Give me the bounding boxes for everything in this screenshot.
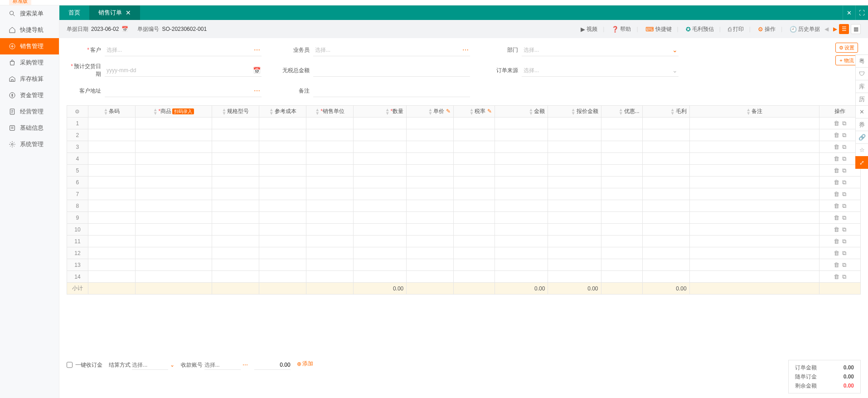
cell-note[interactable]: [689, 188, 819, 200]
doc-date-value[interactable]: 2023-06-02: [91, 26, 119, 32]
cell-quote[interactable]: [548, 200, 601, 212]
cell-amount[interactable]: [495, 177, 548, 188]
cell-barcode[interactable]: [88, 271, 135, 283]
cell-product[interactable]: [135, 165, 212, 177]
cell-cost[interactable]: [259, 200, 306, 212]
sidebar-item-8[interactable]: 系统管理: [0, 136, 59, 152]
cell-barcode[interactable]: [88, 259, 135, 271]
cell-tax[interactable]: [454, 188, 495, 200]
table-row[interactable]: 5🗑⧉: [67, 165, 861, 177]
department-input[interactable]: [522, 44, 679, 56]
copy-row-icon[interactable]: ⧉: [842, 167, 846, 174]
cell-discount[interactable]: [601, 200, 642, 212]
cell-spec[interactable]: [212, 188, 259, 200]
delivery-date-input[interactable]: [105, 64, 262, 77]
col-qty[interactable]: ▲▼*数量: [354, 106, 407, 118]
cell-qty[interactable]: [354, 271, 407, 283]
cell-unit[interactable]: [306, 247, 354, 259]
cell-profit[interactable]: [642, 247, 689, 259]
cell-amount[interactable]: [495, 224, 548, 236]
cell-barcode[interactable]: [88, 212, 135, 224]
sidebar-item-5[interactable]: 资金管理: [0, 87, 59, 103]
cell-unit[interactable]: [306, 118, 354, 129]
cell-amount[interactable]: [495, 129, 548, 141]
cell-quote[interactable]: [548, 259, 601, 271]
next-doc-icon[interactable]: ▶: [833, 26, 837, 32]
cell-qty[interactable]: [354, 224, 407, 236]
cell-tax[interactable]: [454, 141, 495, 153]
cell-barcode[interactable]: [88, 224, 135, 236]
table-row[interactable]: 7🗑⧉: [67, 188, 861, 200]
col-tax[interactable]: ▲▼税率✎: [454, 106, 495, 118]
salesperson-input[interactable]: [313, 44, 470, 56]
cell-tax[interactable]: [454, 236, 495, 247]
cell-price[interactable]: [407, 236, 454, 247]
cell-qty[interactable]: [354, 212, 407, 224]
cell-price[interactable]: [407, 224, 454, 236]
tab-1[interactable]: 销售订单✕: [89, 5, 140, 20]
view-list-icon[interactable]: ☰: [839, 24, 849, 34]
cell-spec[interactable]: [212, 129, 259, 141]
cell-unit[interactable]: [306, 165, 354, 177]
col-amount[interactable]: ▲▼金额: [495, 106, 548, 118]
cell-spec[interactable]: [212, 153, 259, 165]
cell-quote[interactable]: [548, 129, 601, 141]
cell-note[interactable]: [689, 236, 819, 247]
tab-expand-icon[interactable]: ⛶: [855, 5, 868, 20]
cell-product[interactable]: [135, 271, 212, 283]
cell-discount[interactable]: [601, 141, 642, 153]
cell-note[interactable]: [689, 271, 819, 283]
cell-spec[interactable]: [212, 271, 259, 283]
account-picker-icon[interactable]: ⋯: [242, 362, 248, 368]
copy-row-icon[interactable]: ⧉: [842, 120, 846, 127]
table-row[interactable]: 1🗑⧉: [67, 118, 861, 129]
cell-qty[interactable]: [354, 153, 407, 165]
cell-price[interactable]: [407, 188, 454, 200]
delete-row-icon[interactable]: 🗑: [834, 120, 839, 127]
sidebar-item-7[interactable]: 基础信息: [0, 120, 59, 136]
sidebar-item-6[interactable]: 经营管理: [0, 103, 59, 120]
cell-unit[interactable]: [306, 259, 354, 271]
cell-spec[interactable]: [212, 247, 259, 259]
cell-cost[interactable]: [259, 247, 306, 259]
toolbar-action-1[interactable]: ❓帮助: [611, 25, 631, 33]
cell-quote[interactable]: [548, 236, 601, 247]
cell-amount[interactable]: [495, 247, 548, 259]
cell-tax[interactable]: [454, 200, 495, 212]
cell-price[interactable]: [407, 259, 454, 271]
cell-cost[interactable]: [259, 212, 306, 224]
cell-note[interactable]: [689, 247, 819, 259]
cell-tax[interactable]: [454, 247, 495, 259]
cell-amount[interactable]: [495, 259, 548, 271]
col-price[interactable]: ▲▼单价✎: [407, 106, 454, 118]
cell-quote[interactable]: [548, 271, 601, 283]
cell-amount[interactable]: [495, 212, 548, 224]
col-unit[interactable]: ▲▼*销售单位: [306, 106, 354, 118]
customer-picker-icon[interactable]: ⋯: [254, 46, 261, 54]
cell-product[interactable]: [135, 153, 212, 165]
cell-unit[interactable]: [306, 224, 354, 236]
delete-row-icon[interactable]: 🗑: [834, 132, 839, 138]
cell-barcode[interactable]: [88, 188, 135, 200]
sidebar-item-1[interactable]: 快捷导航: [0, 22, 59, 38]
table-row[interactable]: 2🗑⧉: [67, 129, 861, 141]
rail-item-6[interactable]: 🔗: [855, 131, 868, 143]
cell-amount[interactable]: [495, 236, 548, 247]
cell-quote[interactable]: [548, 118, 601, 129]
cell-barcode[interactable]: [88, 153, 135, 165]
cell-price[interactable]: [407, 200, 454, 212]
cell-quote[interactable]: [548, 177, 601, 188]
delete-row-icon[interactable]: 🗑: [834, 250, 839, 256]
copy-row-icon[interactable]: ⧉: [842, 226, 846, 233]
sidebar-item-0[interactable]: 搜索菜单: [0, 5, 59, 22]
order-source-chevron-icon[interactable]: ⌄: [672, 67, 678, 74]
cell-quote[interactable]: [548, 212, 601, 224]
delete-row-icon[interactable]: 🗑: [834, 191, 839, 197]
cell-discount[interactable]: [601, 153, 642, 165]
cell-unit[interactable]: [306, 177, 354, 188]
cell-quote[interactable]: [548, 165, 601, 177]
cell-discount[interactable]: [601, 247, 642, 259]
department-chevron-icon[interactable]: ⌄: [672, 46, 678, 54]
cell-discount[interactable]: [601, 212, 642, 224]
edit-icon[interactable]: ✎: [446, 108, 451, 114]
